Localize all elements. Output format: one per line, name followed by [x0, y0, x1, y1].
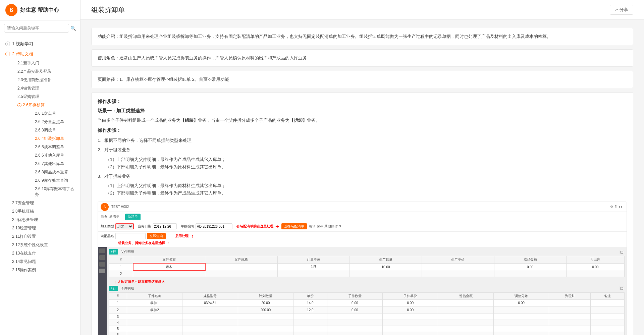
- arrow-icon-1: ➜: [275, 224, 279, 229]
- mock-bom-search: 装配品名 立即查询: [101, 233, 166, 239]
- th-num: #: [109, 256, 133, 264]
- mock-tab-new[interactable]: 新建单: [125, 214, 141, 220]
- mock-extra-links: 编辑 保存 其他操作 ▼: [309, 224, 342, 229]
- mock-table-hint: 父件明细: [121, 249, 134, 254]
- search-input[interactable]: [4, 24, 69, 33]
- scenario1-desc: 当由多个子件材料组装成一个成品的业务为【组装】业务，当由一个父件拆分成多个子产品…: [98, 117, 627, 124]
- sidebar-item-newbie[interactable]: 2.1新手入门: [0, 59, 80, 67]
- mock-icon-4: [99, 269, 105, 273]
- ops-title: 操作步骤：: [98, 99, 627, 105]
- mock-query-btn[interactable]: 立即查询: [147, 233, 166, 239]
- sidebar-item-partial[interactable]: 2.6.2分量盘点单: [17, 118, 80, 126]
- step3: 3、对于拆装业务: [98, 173, 627, 180]
- mock-form-type: 加工类型 组装 拆卸: [101, 223, 134, 229]
- mock-menu-icons: ⚙ 🎖 ●●: [610, 205, 623, 209]
- mock-order-input[interactable]: [196, 223, 232, 229]
- mock-add-row-btn[interactable]: +行: [109, 249, 118, 255]
- th-unit: 计量单位: [277, 256, 350, 264]
- sidebar-item-sales[interactable]: 2.4销售管理: [0, 84, 80, 93]
- sidebar-item-mobile[interactable]: 2.8手机旺铺: [0, 207, 80, 216]
- annotation5: 无固定清单可以直接在这里录入: [118, 279, 165, 284]
- scenario1-title: 场景一：加工类型选择: [98, 108, 627, 114]
- sidebar-item-label: 1.视频学习: [12, 41, 33, 47]
- sidebar-item-label: 2.帮助文档: [12, 51, 33, 57]
- sidebar-item-coupon[interactable]: 2.9优惠券管理: [0, 216, 80, 224]
- sidebar-item-purchase[interactable]: 2.5采购管理: [0, 93, 80, 101]
- table-row: 4: [109, 320, 625, 326]
- annotation1: 有装配清单的在这里处理: [236, 224, 273, 229]
- logo-icon: 6: [5, 4, 17, 16]
- mock-bom-area: 有装配清单的在这里处理 ➜ 选择装配清单 编辑 保存 其他操作 ▼: [236, 223, 342, 229]
- sidebar-nav: + 1.视频学习 − 2.帮助文档 2.1新手入门 2.2产品安装及登录 2.3…: [0, 36, 80, 335]
- step3-sub2: （2）下部明细为子件明细，最终作为产成品生成其它入库单。: [106, 189, 627, 197]
- sidebar-item-cases[interactable]: 2.15操作案例: [0, 266, 80, 274]
- sidebar-item-other-out[interactable]: 2.6.7其他出库单: [17, 160, 80, 168]
- sidebar: 6 好生意 帮助中心 🔍 + 1.视频学习 − 2.帮助文档 2.1新手入门 2…: [0, 0, 80, 335]
- sidebar-item-stock-err[interactable]: 2.6.10库存账本错了么办: [17, 185, 80, 199]
- mock-nav-links: 自页 新增单: [101, 214, 121, 219]
- info-block-1: 功能介绍：组装拆卸单用来处理企业组装或拆卸等加工业务，支持有固定装配清单的产品加…: [91, 28, 633, 45]
- expand-icon: +: [5, 42, 10, 46]
- sidebar-item-video[interactable]: + 1.视频学习: [0, 39, 80, 49]
- mock-date-label: 业务日期: [138, 224, 151, 229]
- mock-upper-table: # 父件名称 父件规格 计量单位 生产数量 生产单价 成品金额 可出库: [109, 256, 625, 277]
- collapse-icon: −: [5, 52, 10, 56]
- sidebar-item-faq[interactable]: 2.14常见问题: [0, 258, 80, 266]
- mock-lower-table: # 子件名称 规格型号 计划数量 单价 子件数量 子件单价 暂估金额 调整分摊: [109, 292, 625, 335]
- mock-parent-name-cell[interactable]: 米木: [133, 263, 205, 271]
- mock-lower-label: +行 子件明细 ▢: [109, 286, 625, 291]
- sidebar-item-data[interactable]: 2.3使用前数据准备: [0, 76, 80, 84]
- mock-bom-search-label: 装配品名: [101, 234, 114, 238]
- table-row: 2 零件2 200.00 12.0 0.00 0.00: [109, 306, 625, 314]
- mock-type-select[interactable]: 组装 拆卸: [115, 223, 134, 229]
- step2: 2、对于组装业务: [98, 146, 627, 154]
- th-parent-name: 父件名称: [133, 256, 205, 264]
- mock-logo: 6: [101, 203, 109, 211]
- info-block-3: 页面路径：1、库存核算->库存管理->组装拆卸单 2、首页->常用功能: [91, 71, 633, 88]
- sidebar-item-cost-recalc[interactable]: 2.6.8商品成本重算: [17, 168, 80, 176]
- content-area: 功能介绍：组装拆卸单用来处理企业组装或拆卸等加工业务，支持有固定装配清单的产品加…: [80, 20, 644, 335]
- screenshot-container: 6 TEST-H002 ⚙ 🎖 ●● 自页 新增单 新建单 加工类型: [98, 202, 627, 335]
- mock-upper-label: +行 父件明细 ▢: [109, 249, 625, 255]
- sidebar-item-stock-query[interactable]: 2.6.9库存账本查询: [17, 176, 80, 185]
- mock-app-id: TEST-H002: [111, 205, 607, 209]
- step2-sub2: （2）下部明细为子件明细，最终作为原材料生成其它出库单。: [106, 163, 627, 171]
- sidebar-item-costadjust[interactable]: 2.6.5成本调整单: [17, 143, 80, 151]
- mock-table-hint2: 子件明细: [121, 286, 134, 291]
- info-block-2: 使用角色：通常由生产人员或库管人员完成拆装业务的操作，库管人员确认原材料的出库和…: [91, 49, 633, 67]
- collapse-icon: −: [17, 103, 21, 107]
- mock-icon-2: [99, 255, 105, 260]
- table-row: 5: [109, 326, 625, 332]
- sidebar-item-online-pay[interactable]: 2.13在线支付: [0, 249, 80, 258]
- table-row: 3: [109, 314, 625, 320]
- table-row: 1 零件1 03%x31 20.00 14.0 0.00 0.00 0.00: [109, 299, 625, 306]
- mock-order-label: 单据编号: [181, 224, 194, 229]
- sidebar-item-fund[interactable]: 2.7资金管理: [0, 199, 80, 207]
- sidebar-item-print[interactable]: 2.11打印设置: [0, 232, 80, 241]
- sidebar-item-transfer[interactable]: 2.6.3调拨单: [17, 126, 80, 134]
- page-title: 组装拆卸单: [91, 5, 125, 14]
- sidebar-item-help[interactable]: − 2.帮助文档: [0, 49, 80, 59]
- sidebar-item-assemble[interactable]: 2.6.4组装拆卸单: [17, 134, 80, 143]
- sidebar-item-other-in[interactable]: 2.6.6其他入库单: [17, 151, 80, 160]
- sidebar-item-inventory[interactable]: − 2.6库存核算: [0, 101, 80, 109]
- mock-add-row-btn2[interactable]: +行: [109, 286, 118, 291]
- annotation4-row: 组装业务、拆卸业务在这里选择 ↑: [98, 240, 627, 247]
- share-button[interactable]: ↗ 分享: [610, 5, 633, 15]
- sidebar-item-operation[interactable]: 2.10经营管理: [0, 224, 80, 232]
- mock-icon-1: [99, 248, 105, 253]
- mock-bom-btn[interactable]: 选择装配清单: [281, 223, 307, 229]
- search-button[interactable]: 🔍: [70, 26, 76, 31]
- operations-section: 操作步骤： 场景一：加工类型选择 当由多个子件材料组装成一个成品的业务为【组装】…: [91, 92, 633, 335]
- sidebar-item-system[interactable]: 2.12系统个性化设置: [0, 241, 80, 249]
- mock-right-btn2[interactable]: ▢: [619, 286, 625, 290]
- mock-bom-search-input[interactable]: [115, 233, 146, 239]
- sidebar-item-stocktake[interactable]: 2.6.1盘点单: [17, 109, 80, 118]
- steps-subtitle: 操作步骤：: [98, 127, 627, 133]
- mock-right-btn[interactable]: ▢: [619, 250, 625, 254]
- sidebar-item-install[interactable]: 2.2产品安装及登录: [0, 67, 80, 76]
- mock-date-input[interactable]: [153, 223, 177, 229]
- mock-form-order: 单据编号: [181, 223, 232, 229]
- step3-sub1: （1）上部明细为父件明细，最终作为原材料生成其它出库单；: [106, 182, 627, 189]
- mock-icon-3: [99, 262, 105, 267]
